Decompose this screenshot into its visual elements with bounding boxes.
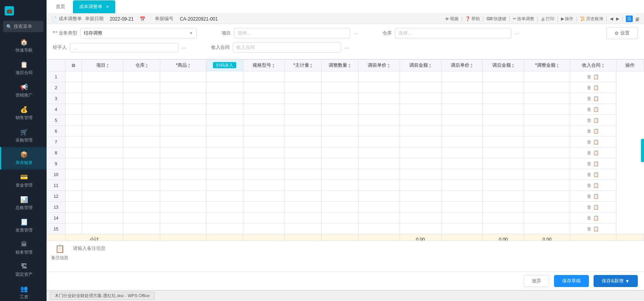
cell-13-1[interactable] [82, 202, 123, 213]
cell-9-8[interactable] [358, 158, 400, 169]
cell-3-12[interactable] [524, 93, 570, 104]
list-view-btn[interactable]: ☰ [626, 16, 633, 22]
cell-6-6[interactable] [284, 126, 321, 137]
delete-icon-11[interactable]: 🗑 [587, 183, 592, 188]
cell-9-1[interactable] [82, 158, 123, 169]
cell-13-9[interactable] [400, 202, 441, 213]
cell-9-2[interactable] [123, 158, 160, 169]
copy-icon-11[interactable]: 📋 [593, 183, 599, 188]
cell-5-11[interactable] [483, 115, 524, 126]
th-spec[interactable]: 规格型号 ▲▼ [243, 60, 284, 71]
income-contract-input[interactable]: 收入合同 [233, 42, 341, 53]
cell-1-5[interactable] [243, 71, 284, 82]
cell-8-9[interactable] [400, 147, 441, 158]
copy-icon-10[interactable]: 📋 [593, 172, 599, 177]
help-btn[interactable]: ❓ 帮助 [465, 16, 480, 22]
cell-12-2[interactable] [123, 191, 160, 202]
cell-6-4[interactable] [206, 126, 243, 137]
cell-1-9[interactable] [400, 71, 441, 82]
operations-btn[interactable]: ▶ 操作 [561, 16, 573, 22]
sidebar-item-sales-mgmt[interactable]: 💰 销售管理 [0, 102, 47, 125]
th-after-price[interactable]: 调后单价 ▲▼ [441, 60, 483, 71]
cell-5-4[interactable] [206, 115, 243, 126]
cell-13-12[interactable] [524, 202, 570, 213]
delete-icon-8[interactable]: 🗑 [587, 150, 592, 156]
delete-icon-1[interactable]: 🗑 [587, 74, 592, 80]
cell-12-7[interactable] [321, 191, 358, 202]
cell-2-0[interactable] [65, 82, 82, 93]
cell-15-0[interactable] [65, 223, 82, 234]
cell-9-7[interactable] [321, 158, 358, 169]
th-project[interactable]: 项目 ▲▼ [82, 60, 123, 71]
cell-10-12[interactable] [524, 169, 570, 180]
cell-11-12[interactable] [524, 180, 570, 191]
cell-10-6[interactable] [284, 169, 321, 180]
save-draft-btn[interactable]: 保存草稿 [554, 275, 589, 287]
cell-14-3[interactable] [160, 213, 206, 223]
cell-5-8[interactable] [358, 115, 400, 126]
th-income-contract[interactable]: 收入合同 ▲▼ [570, 60, 616, 71]
cell-6-10[interactable] [441, 126, 483, 137]
cell-2-4[interactable] [206, 82, 243, 93]
cell-11-8[interactable] [358, 180, 400, 191]
print-btn[interactable]: 🖨 打印 [541, 16, 554, 22]
delete-icon-2[interactable]: 🗑 [587, 85, 592, 90]
cell-3-2[interactable] [123, 93, 160, 104]
cell-10-9[interactable] [400, 169, 441, 180]
cell-7-10[interactable] [441, 137, 483, 147]
cell-13-0[interactable] [65, 202, 82, 213]
cell-2-10[interactable] [441, 82, 483, 93]
cell-10-7[interactable] [321, 169, 358, 180]
cell-14-11[interactable] [483, 213, 524, 223]
cell-9-5[interactable] [243, 158, 284, 169]
cell-11-6[interactable] [284, 180, 321, 191]
cell-7-5[interactable] [243, 137, 284, 147]
cell-11-10[interactable] [441, 180, 483, 191]
cell-4-9[interactable] [400, 104, 441, 115]
cell-14-10[interactable] [441, 213, 483, 223]
cell-6-5[interactable] [243, 126, 284, 137]
cell-13-5[interactable] [243, 202, 284, 213]
th-prev-price[interactable]: 调前单价 ▲▼ [358, 60, 400, 71]
copy-icon-13[interactable]: 📋 [593, 204, 599, 210]
cell-15-12[interactable] [524, 223, 570, 234]
cell-5-9[interactable] [400, 115, 441, 126]
cell-9-0[interactable] [65, 158, 82, 169]
handler-dots[interactable]: ··· [182, 45, 186, 51]
th-product[interactable]: *商品 ▲▼ [160, 60, 206, 71]
cell-4-6[interactable] [284, 104, 321, 115]
cell-8-12[interactable] [524, 147, 570, 158]
cell-5-0[interactable] [65, 115, 82, 126]
cell-7-8[interactable] [358, 137, 400, 147]
sidebar-item-invoice-mgmt[interactable]: 🧾 发票管理 [0, 215, 47, 237]
cell-11-9[interactable] [400, 180, 441, 191]
cell-3-3[interactable] [160, 93, 206, 104]
cell-15-3[interactable] [160, 223, 206, 234]
tab-home[interactable]: 首页 [50, 0, 71, 13]
cell-9-10[interactable] [441, 158, 483, 169]
cell-15-8[interactable] [358, 223, 400, 234]
cell-15-10[interactable] [441, 223, 483, 234]
cell-15-6[interactable] [284, 223, 321, 234]
cell-4-7[interactable] [321, 104, 358, 115]
cell-11-0[interactable] [65, 180, 82, 191]
history-btn[interactable]: 📜 历史账簿 [580, 16, 603, 22]
cell-11-5[interactable] [243, 180, 284, 191]
cell-12-10[interactable] [441, 191, 483, 202]
cell-8-0[interactable] [65, 147, 82, 158]
cell-2-5[interactable] [243, 82, 284, 93]
cell-7-0[interactable] [65, 137, 82, 147]
sidebar-item-sales-promotion[interactable]: 📢 营销推广 [0, 80, 47, 102]
cell-13-4[interactable] [206, 202, 243, 213]
cell-3-9[interactable] [400, 93, 441, 104]
cell-13-7[interactable] [321, 202, 358, 213]
cell-8-4[interactable] [206, 147, 243, 158]
th-after-amount[interactable]: 调后金额 ▲▼ [483, 60, 524, 71]
cell-3-7[interactable] [321, 93, 358, 104]
copy-icon-14[interactable]: 📋 [593, 215, 599, 221]
sidebar-item-capital-mgmt[interactable]: 💳 资金管理 [0, 170, 47, 192]
save-new-dropdown-icon[interactable]: ▼ [625, 279, 630, 284]
cell-2-7[interactable] [321, 82, 358, 93]
cell-6-1[interactable] [82, 126, 123, 137]
th-warehouse[interactable]: 仓库 ▲▼ [123, 60, 160, 71]
